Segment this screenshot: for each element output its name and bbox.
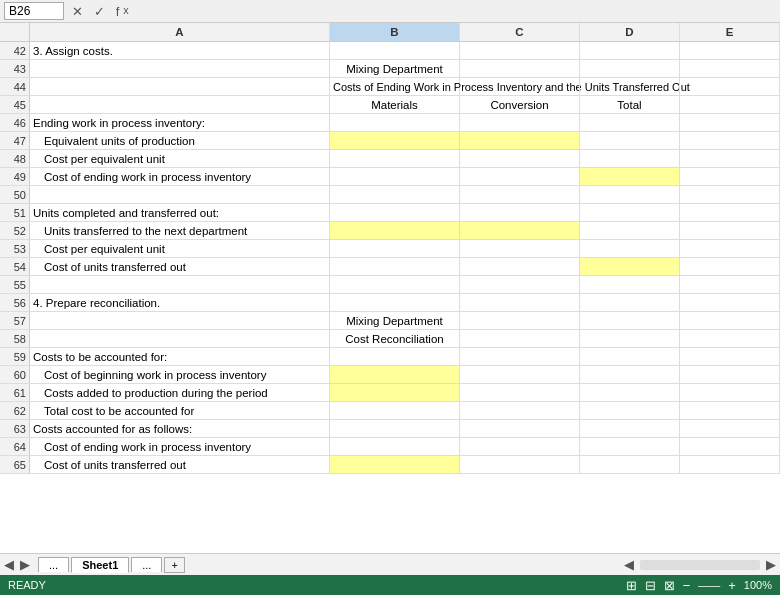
cell-42-b[interactable]	[330, 42, 460, 59]
cell-42-a[interactable]: 3. Assign costs.	[30, 42, 330, 59]
cell-58-c[interactable]	[460, 330, 580, 347]
cell-48-b[interactable]	[330, 150, 460, 167]
cell-62-e[interactable]	[680, 402, 780, 419]
cell-48-c[interactable]	[460, 150, 580, 167]
cell-63-d[interactable]	[580, 420, 680, 437]
cell-43-e[interactable]	[680, 60, 780, 77]
sheet-tab-ellipsis-left[interactable]: ...	[38, 557, 69, 572]
cell-61-e[interactable]	[680, 384, 780, 401]
cell-54-b[interactable]	[330, 258, 460, 275]
grid-view-icon[interactable]: ⊞	[626, 578, 637, 593]
cell-50-c[interactable]	[460, 186, 580, 203]
cell-47-d[interactable]	[580, 132, 680, 149]
cell-56-e[interactable]	[680, 294, 780, 311]
cell-50-a[interactable]	[30, 186, 330, 203]
cell-55-c[interactable]	[460, 276, 580, 293]
cell-64-b[interactable]	[330, 438, 460, 455]
cell-49-d[interactable]	[580, 168, 680, 185]
cell-63-c[interactable]	[460, 420, 580, 437]
cell-52-a[interactable]: Units transferred to the next department	[30, 222, 330, 239]
formula-input[interactable]	[137, 4, 776, 18]
cell-65-c[interactable]	[460, 456, 580, 473]
cell-57-a[interactable]	[30, 312, 330, 329]
cell-58-d[interactable]	[580, 330, 680, 347]
cell-61-a[interactable]: Costs added to production during the per…	[30, 384, 330, 401]
cell-53-e[interactable]	[680, 240, 780, 257]
cell-59-c[interactable]	[460, 348, 580, 365]
prev-sheet-nav[interactable]: ◀	[4, 557, 14, 572]
cell-61-b[interactable]	[330, 384, 460, 401]
cell-58-a[interactable]	[30, 330, 330, 347]
cell-62-c[interactable]	[460, 402, 580, 419]
cell-43-b[interactable]: Mixing Department	[330, 60, 460, 77]
add-sheet-button[interactable]: +	[164, 557, 184, 573]
cell-51-c[interactable]	[460, 204, 580, 221]
cell-49-e[interactable]	[680, 168, 780, 185]
cell-53-b[interactable]	[330, 240, 460, 257]
cell-60-d[interactable]	[580, 366, 680, 383]
cell-47-a[interactable]: Equivalent units of production	[30, 132, 330, 149]
cell-54-d[interactable]	[580, 258, 680, 275]
sheet-tab-ellipsis-right[interactable]: ...	[131, 557, 162, 572]
cell-54-a[interactable]: Cost of units transferred out	[30, 258, 330, 275]
cell-55-a[interactable]	[30, 276, 330, 293]
page-layout-icon[interactable]: ⊠	[664, 578, 675, 593]
zoom-plus-icon[interactable]: +	[728, 578, 736, 593]
zoom-minus-icon[interactable]: −	[683, 578, 691, 593]
cell-64-c[interactable]	[460, 438, 580, 455]
cell-55-d[interactable]	[580, 276, 680, 293]
zoom-slider[interactable]: ——	[698, 579, 720, 591]
cell-45-b[interactable]: Materials	[330, 96, 460, 113]
cell-46-e[interactable]	[680, 114, 780, 131]
cell-59-d[interactable]	[580, 348, 680, 365]
sheet-tab-sheet1[interactable]: Sheet1	[71, 557, 129, 573]
cell-47-c[interactable]	[460, 132, 580, 149]
cell-56-a[interactable]: 4. Prepare reconciliation.	[30, 294, 330, 311]
cell-42-d[interactable]	[580, 42, 680, 59]
cell-52-e[interactable]	[680, 222, 780, 239]
name-box[interactable]: B26	[4, 2, 64, 20]
cell-46-d[interactable]	[580, 114, 680, 131]
next-sheet-nav[interactable]: ▶	[20, 557, 30, 572]
cell-49-b[interactable]	[330, 168, 460, 185]
cell-62-d[interactable]	[580, 402, 680, 419]
cell-44-c[interactable]	[460, 78, 580, 95]
cell-45-c[interactable]: Conversion	[460, 96, 580, 113]
cell-63-e[interactable]	[680, 420, 780, 437]
cell-57-c[interactable]	[460, 312, 580, 329]
cell-52-c[interactable]	[460, 222, 580, 239]
cell-42-c[interactable]	[460, 42, 580, 59]
cell-57-d[interactable]	[580, 312, 680, 329]
cell-58-e[interactable]	[680, 330, 780, 347]
cell-51-d[interactable]	[580, 204, 680, 221]
cell-48-e[interactable]	[680, 150, 780, 167]
cell-60-e[interactable]	[680, 366, 780, 383]
cell-64-d[interactable]	[580, 438, 680, 455]
cell-56-b[interactable]	[330, 294, 460, 311]
cell-46-a[interactable]: Ending work in process inventory:	[30, 114, 330, 131]
cell-59-e[interactable]	[680, 348, 780, 365]
scroll-left-icon[interactable]: ◀	[624, 557, 634, 572]
cell-42-e[interactable]	[680, 42, 780, 59]
cell-47-b[interactable]	[330, 132, 460, 149]
cell-64-a[interactable]: Cost of ending work in process inventory	[30, 438, 330, 455]
cell-61-d[interactable]	[580, 384, 680, 401]
cell-44-e[interactable]	[680, 78, 780, 95]
cell-51-e[interactable]	[680, 204, 780, 221]
cell-46-b[interactable]	[330, 114, 460, 131]
cell-65-e[interactable]	[680, 456, 780, 473]
cell-45-d[interactable]: Total	[580, 96, 680, 113]
page-view-icon[interactable]: ⊟	[645, 578, 656, 593]
cell-51-a[interactable]: Units completed and transferred out:	[30, 204, 330, 221]
cell-62-b[interactable]	[330, 402, 460, 419]
cell-62-a[interactable]: Total cost to be accounted for	[30, 402, 330, 419]
cell-49-a[interactable]: Cost of ending work in process inventory	[30, 168, 330, 185]
cell-65-a[interactable]: Cost of units transferred out	[30, 456, 330, 473]
cell-61-c[interactable]	[460, 384, 580, 401]
cell-55-b[interactable]	[330, 276, 460, 293]
cell-51-b[interactable]	[330, 204, 460, 221]
cell-50-e[interactable]	[680, 186, 780, 203]
cell-45-e[interactable]	[680, 96, 780, 113]
cell-43-a[interactable]	[30, 60, 330, 77]
cell-53-c[interactable]	[460, 240, 580, 257]
